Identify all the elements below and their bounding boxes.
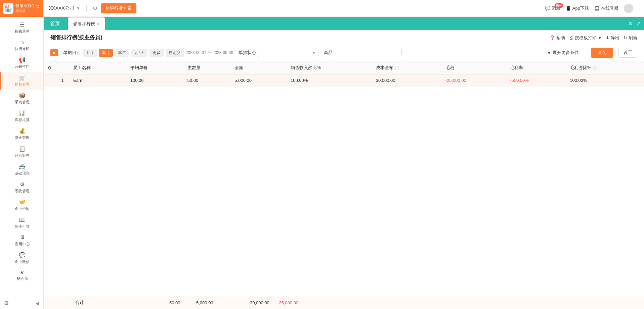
- message-button[interactable]: 💬 消息 99+: [545, 5, 560, 11]
- data-table: ⚙ 员工名称 平均单价 主数量 全额 销售收入占比% 成本全额 ⓘ 毛利: [44, 61, 644, 87]
- table-row[interactable]: 1 Eam 100.00 50.00 5,000.00 100.00% 30,0…: [44, 74, 644, 87]
- export-button[interactable]: ⬇ 导出: [606, 35, 619, 41]
- sidebar-item-finance[interactable]: 💰 资金管理: [0, 125, 43, 143]
- sidebar-logo: 🏪 畅康通好生意 标准版: [0, 0, 43, 17]
- wechat-icon: 💬: [19, 252, 26, 258]
- app-download-button[interactable]: 📱 App下载: [566, 5, 589, 11]
- help-icon: ❓: [550, 35, 555, 40]
- expand-more-btn[interactable]: ▼ 展开更多条件: [547, 50, 579, 56]
- cost-info-icon: ⓘ: [395, 66, 399, 70]
- date-btn-custom[interactable]: 自定义: [166, 49, 184, 57]
- sidebar-item-label: 畅会员: [17, 276, 28, 281]
- sidebar-item-label: 资金管理: [15, 135, 30, 140]
- topbar: XXXXX公司 ▼ ⚙ 体验行业方案 💬 消息 99+ 📱 App下载 🎧 在线…: [44, 0, 644, 17]
- sidebar-item-label: 企业微信: [15, 259, 30, 264]
- sidebar-item-member[interactable]: V 畅会员: [0, 267, 43, 284]
- table-header-row: ⚙ 员工名称 平均单价 主数量 全额 销售收入占比% 成本全额 ⓘ 毛利: [44, 61, 644, 74]
- date-btn-last-month[interactable]: 上月: [83, 49, 97, 57]
- sidebar-item-wechat[interactable]: 💬 企业微信: [0, 249, 43, 267]
- th-gross-pct: 毛利占比% ⓘ: [566, 61, 644, 74]
- sidebar-item-label: 销售管理: [15, 82, 30, 87]
- date-btn-this-year[interactable]: 本年: [115, 49, 129, 57]
- refresh-icon: ↻: [624, 35, 627, 40]
- sidebar-item-label: 企业协同: [15, 206, 30, 211]
- chevron-down-icon: ▼: [547, 50, 551, 55]
- th-amount: 全额: [230, 61, 287, 74]
- sidebar-item-label: 搜索菜单: [15, 29, 30, 34]
- sidebar-item-basics[interactable]: 📇 基础信息: [0, 161, 43, 178]
- row-name: Eam: [69, 74, 126, 87]
- th-settings[interactable]: ⚙: [44, 61, 56, 74]
- print-chevron-icon: ▼: [598, 36, 602, 40]
- tab-expand-icon[interactable]: ⤢: [636, 20, 641, 27]
- query-button[interactable]: 查询: [591, 48, 613, 58]
- sidebar-item-inventory[interactable]: 📊 库存核算: [0, 107, 43, 125]
- footer-gross: -25,000.00: [273, 300, 302, 305]
- tab-close-all-icon[interactable]: ✕: [629, 20, 633, 27]
- column-settings-icon[interactable]: ⚙: [48, 65, 52, 70]
- app-download-label: App下载: [572, 5, 589, 11]
- sidebar-item-label: 新手引导: [15, 224, 30, 229]
- row-settings-cell: [44, 74, 56, 87]
- th-avg-price: 平均单价: [126, 61, 183, 74]
- date-filter: 单据日期 上月 本月 本年 近7天 更多 自定义 2023-06-01 至 20…: [63, 49, 233, 57]
- filter-bar: ▶ 单据日期 上月 本月 本年 近7天 更多 自定义 2023-06-01 至 …: [44, 44, 644, 61]
- sidebar-item-collab[interactable]: 🤝 企业协同: [0, 196, 43, 214]
- date-range-label: 2023-06-01 至 2023-06-30: [186, 50, 233, 56]
- avatar[interactable]: [624, 4, 633, 13]
- online-service-button[interactable]: 🎧 在线客服: [594, 5, 618, 11]
- filter-expand-btn[interactable]: ▶: [50, 49, 58, 56]
- sidebar-item-guide[interactable]: 📖 新手引导: [0, 214, 43, 232]
- sidebar-item-operations[interactable]: 📋 经营管理: [0, 143, 43, 161]
- sidebar-item-marketing[interactable]: 📢 营销推广: [0, 54, 43, 72]
- sidebar-item-purchase[interactable]: 📦 采购管理: [0, 90, 43, 107]
- th-gross: 毛利: [441, 61, 506, 74]
- date-btn-more[interactable]: 更多: [149, 49, 164, 57]
- sidebar-item-sales[interactable]: 🛒 销售管理: [0, 72, 43, 90]
- tab-sales-ranking[interactable]: 销售排行榜 ×: [68, 17, 105, 31]
- topbar-settings-icon[interactable]: ⚙: [93, 5, 97, 11]
- filter-arrow-icon: ▶: [50, 49, 58, 56]
- th-seq: [56, 61, 69, 74]
- sidebar-item-appcenter[interactable]: 🖥 应用中心: [0, 232, 43, 249]
- th-sales-pct: 销售收入占比%: [287, 61, 372, 74]
- trial-button[interactable]: 体验行业方案: [101, 3, 136, 13]
- sidebar-item-system[interactable]: ⚙ 系统管理: [0, 178, 43, 196]
- goods-filter: 商品: [324, 49, 402, 57]
- status-select[interactable]: [258, 49, 318, 57]
- sidebar-item-quicknav[interactable]: ⌂ 快捷导航: [0, 37, 43, 54]
- main-area: XXXXX公司 ▼ ⚙ 体验行业方案 💬 消息 99+ 📱 App下载 🎧 在线…: [44, 0, 644, 309]
- guide-icon: 📖: [19, 217, 26, 223]
- sidebar-settings-icon[interactable]: ⚙: [4, 300, 9, 306]
- date-btn-this-month[interactable]: 本月: [99, 49, 113, 57]
- chevron-down-icon: ▼: [76, 6, 80, 11]
- refresh-button[interactable]: ↻ 刷新: [624, 35, 637, 41]
- sidebar-item-label: 应用中心: [15, 242, 30, 247]
- company-selector[interactable]: XXXXX公司 ▼: [49, 5, 80, 11]
- help-button[interactable]: ❓ 帮助: [550, 35, 565, 41]
- company-name: XXXXX公司: [49, 5, 74, 11]
- headset-icon: 🎧: [594, 6, 600, 11]
- sidebar-footer: ⚙ ◀: [0, 297, 43, 309]
- tab-close-icon[interactable]: ×: [97, 18, 99, 31]
- filter-settings-button[interactable]: 设置: [618, 48, 637, 58]
- print-label: 按模板打印: [575, 35, 597, 41]
- row-gross: -25,000.00: [441, 74, 506, 87]
- search-menu-icon: ☰: [20, 21, 25, 28]
- row-cost: 30,000.00: [372, 74, 441, 87]
- status-label: 单据状态: [239, 50, 256, 56]
- sidebar-collapse-icon[interactable]: ◀: [36, 301, 39, 306]
- goods-input[interactable]: [335, 49, 402, 57]
- th-name: 员工名称: [69, 61, 126, 74]
- date-label: 单据日期: [63, 50, 81, 56]
- tab-home[interactable]: 首页: [44, 17, 67, 30]
- print-button[interactable]: 🖨 按模板打印 ▼: [569, 35, 602, 41]
- page-actions: ❓ 帮助 🖨 按模板打印 ▼ ⬇ 导出 ↻ 刷新: [550, 35, 637, 41]
- row-qty: 50.00: [183, 74, 231, 87]
- date-btn-7days[interactable]: 近7天: [131, 49, 147, 57]
- app-logo-icon: 🏪: [3, 3, 13, 14]
- footer-qty: 50.00: [165, 300, 192, 305]
- page-title: 销售排行榜(按业务员): [50, 34, 102, 41]
- sidebar-item-search[interactable]: ☰ 搜索菜单: [0, 19, 43, 37]
- gross-pct-info-icon: ⓘ: [593, 66, 597, 70]
